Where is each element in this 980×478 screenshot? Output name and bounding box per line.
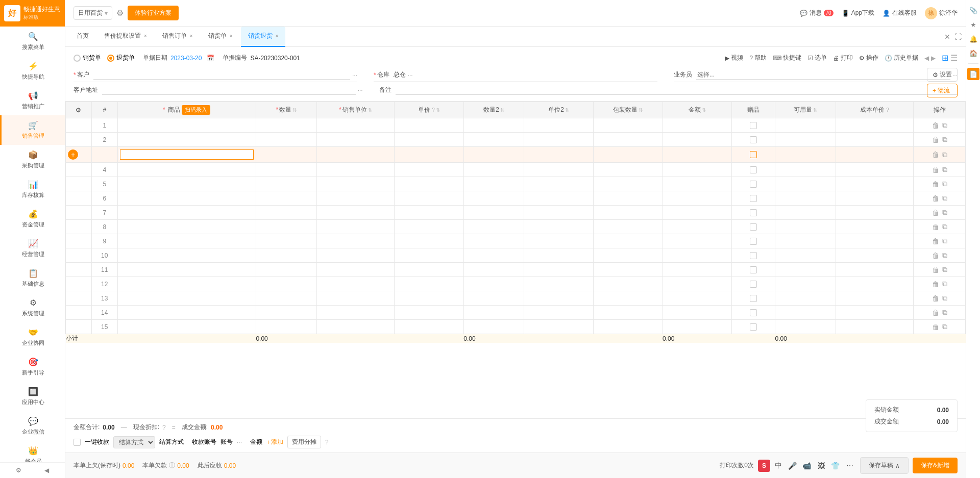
unit2-sort-icon[interactable]: ⇅ (565, 107, 569, 113)
delete-icon[interactable]: 🗑 (932, 136, 939, 144)
sidebar-collapse-icon[interactable]: ◀ (44, 467, 49, 474)
video2-icon[interactable]: 📹 (801, 460, 813, 472)
print-btn[interactable]: 🖨 打印 (833, 54, 853, 62)
tab-sale-delivery-close[interactable]: × (230, 33, 233, 39)
message-item[interactable]: 💬 消息 70 (800, 9, 834, 17)
pkg-sort-icon[interactable]: ⇅ (639, 107, 643, 113)
gift-checkbox[interactable] (750, 181, 757, 188)
next-icon[interactable]: ▶ (931, 55, 936, 62)
qty-sort-icon[interactable]: ⇅ (292, 107, 297, 113)
unit-cell[interactable] (316, 118, 395, 133)
price-sort-icon[interactable]: ⇅ (436, 107, 440, 113)
copy-icon[interactable]: ⧉ (942, 121, 947, 130)
copy-icon[interactable]: ⧉ (942, 208, 947, 217)
img-icon[interactable]: 🖼 (815, 460, 827, 472)
qty2-sort-icon[interactable]: ⇅ (500, 107, 504, 113)
sidebar-item-marketing[interactable]: 📢 营销推广 (0, 86, 65, 115)
gift-checkbox[interactable] (750, 136, 757, 143)
gift-checkbox[interactable] (750, 122, 757, 129)
tab-sale-delivery[interactable]: 销货单 × (201, 27, 240, 47)
delete-icon[interactable]: 🗑 (932, 121, 939, 130)
address-more-icon[interactable]: ··· (358, 87, 363, 94)
delete-icon[interactable]: 🗑 (932, 309, 939, 317)
delete-icon[interactable]: 🗑 (932, 209, 939, 217)
topbar-settings-icon[interactable]: ⚙ (116, 8, 124, 18)
sidebar-item-shortcut[interactable]: ⚡ 快捷导航 (0, 56, 65, 86)
sidebar-item-basic[interactable]: 📋 基础信息 (0, 263, 65, 293)
customer-input[interactable] (93, 70, 350, 80)
unit-sort-icon[interactable]: ⇅ (368, 107, 372, 113)
gift-checkbox[interactable] (750, 252, 757, 259)
delete-icon[interactable]: 🗑 (932, 237, 939, 245)
col-gear[interactable]: ⚙ (66, 102, 92, 118)
avail-cell[interactable] (775, 118, 836, 133)
operate-btn[interactable]: ⚙ 操作 (859, 54, 878, 62)
gift-checkbox[interactable] (750, 266, 757, 273)
unit2-cell[interactable] (524, 118, 594, 133)
list-view-icon[interactable]: ☰ (950, 53, 958, 63)
delete-icon[interactable]: 🗑 (932, 280, 939, 288)
logistics-button[interactable]: + 物流 (927, 84, 958, 97)
copy-icon[interactable]: ⧉ (942, 237, 947, 245)
copy-icon[interactable]: ⧉ (942, 180, 947, 188)
settlement-select[interactable]: 结算方式 (113, 436, 155, 448)
copy-icon[interactable]: ⧉ (942, 165, 947, 174)
sidebar-item-system[interactable]: ⚙ 系统管理 (0, 293, 65, 322)
tab-sale-price-close[interactable]: × (144, 33, 147, 39)
account-more-icon[interactable]: ··· (237, 439, 242, 446)
delete-icon[interactable]: 🗑 (932, 223, 939, 231)
cost-cell[interactable] (836, 118, 914, 133)
sidebar-item-search[interactable]: 🔍 搜索菜单 (0, 27, 65, 56)
experience-button[interactable]: 体验行业方案 (128, 6, 179, 20)
right-panel-item-1[interactable]: 📎 (967, 4, 979, 16)
amount-sort-icon[interactable]: ⇅ (702, 107, 706, 113)
shortcut-btn[interactable]: ⌨ 快捷键 (773, 54, 801, 62)
gift-checkbox[interactable] (750, 323, 757, 331)
user-item[interactable]: 徐 徐泽华 (925, 7, 958, 19)
delete-icon[interactable]: 🗑 (932, 150, 939, 159)
sidebar-item-inventory[interactable]: 📊 库存核算 (0, 174, 65, 204)
tab-sale-price[interactable]: 售价提取设置 × (97, 27, 154, 47)
video-btn[interactable]: ▶ 视频 (725, 54, 743, 62)
gift-checkbox[interactable] (750, 223, 757, 231)
add-fee-button[interactable]: + 添加 (266, 438, 283, 446)
gift-checkbox[interactable] (750, 166, 757, 173)
delete-icon[interactable]: 🗑 (932, 266, 939, 274)
copy-icon[interactable]: ⧉ (942, 322, 947, 331)
tab-sale-return[interactable]: 销货退货 × (241, 27, 286, 47)
one-click-checkbox[interactable] (74, 439, 81, 446)
delete-icon[interactable]: 🗑 (932, 323, 939, 331)
download-item[interactable]: 📱 App下载 (842, 9, 874, 17)
right-panel-item-5[interactable]: 📄 (967, 68, 979, 80)
right-panel-item-4[interactable]: 🏠 (967, 47, 979, 59)
copy-icon[interactable]: ⧉ (942, 308, 947, 317)
gift-cell[interactable] (732, 118, 775, 133)
calendar-icon[interactable]: 📅 (207, 55, 214, 62)
mic-icon[interactable]: 🎤 (787, 460, 799, 472)
delete-icon[interactable]: 🗑 (932, 166, 939, 174)
sidebar-item-apps[interactable]: 🔲 应用中心 (0, 382, 65, 411)
staff-input[interactable] (696, 70, 950, 80)
copy-icon[interactable]: ⧉ (942, 251, 947, 260)
prev-icon[interactable]: ◀ (924, 55, 929, 62)
sidebar-item-sales[interactable]: 🛒 销售管理 (0, 115, 65, 145)
copy-icon[interactable]: ⧉ (942, 222, 947, 231)
tshirt-icon[interactable]: 👕 (829, 460, 842, 472)
copy-icon[interactable]: ⧉ (942, 194, 947, 203)
copy-icon[interactable]: ⧉ (942, 265, 947, 274)
tab-sale-return-close[interactable]: × (276, 33, 279, 39)
fee-split-button[interactable]: 费用分摊 (287, 436, 321, 448)
avail-sort-icon[interactable]: ⇅ (813, 107, 817, 113)
select-btn[interactable]: ☑ 选单 (807, 54, 827, 62)
service-item[interactable]: 👤 在线客服 (883, 9, 917, 17)
history-btn[interactable]: 🕐 历史单据 (885, 54, 918, 62)
sidebar-item-member[interactable]: 👑 畅会员 (0, 441, 65, 462)
copy-icon[interactable]: ⧉ (942, 280, 947, 288)
gift-checkbox[interactable] (750, 309, 757, 316)
sidebar-item-guide[interactable]: 🎯 新手引导 (0, 352, 65, 382)
right-panel-item-3[interactable]: 🔔 (967, 33, 979, 45)
copy-icon[interactable]: ⧉ (942, 150, 947, 159)
gift-checkbox[interactable] (750, 195, 757, 202)
gift-checkbox[interactable] (750, 151, 757, 158)
save-draft-button[interactable]: 保存草稿 ∧ (860, 457, 909, 474)
